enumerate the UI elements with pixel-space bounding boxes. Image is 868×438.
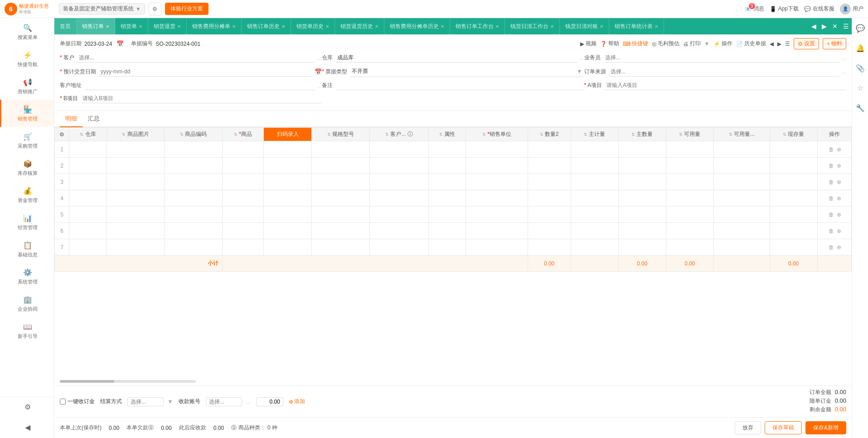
tab-close-return[interactable]: ✕ <box>177 24 181 29</box>
history-btn[interactable]: 📄 历史单据 <box>736 40 766 48</box>
tab-next-btn[interactable]: ▶ <box>819 18 829 34</box>
delivery-input[interactable] <box>99 67 313 77</box>
shortcut-btn[interactable]: ⌨ 快捷键 <box>623 40 648 48</box>
row-code[interactable] <box>165 158 222 174</box>
tab-return[interactable]: 销货退货 ✕ <box>148 18 187 34</box>
row-main-qty[interactable] <box>618 207 666 223</box>
print-btn[interactable]: 🖨 打印 ▼ <box>683 40 710 48</box>
tab-close-fee-history[interactable]: ✕ <box>441 24 444 29</box>
table-row[interactable]: 2 🗑 ⊕ <box>55 158 852 174</box>
row-delete-icon[interactable]: 🗑 <box>829 212 834 218</box>
table-row[interactable]: 7 🗑 ⊕ <box>55 239 852 255</box>
row-main-qty[interactable] <box>618 158 666 174</box>
tab-fee-split[interactable]: 销售费用分摊单 ✕ <box>187 18 242 34</box>
row-code[interactable] <box>165 239 222 255</box>
view-btn[interactable]: ▶ 视频 <box>580 40 596 48</box>
row-spec[interactable] <box>312 207 369 223</box>
row-copy-icon[interactable]: ⊕ <box>837 212 841 218</box>
sidebar-item-purchase[interactable]: 🛒 采购管理 <box>0 127 54 154</box>
row-customer-no[interactable] <box>369 141 428 158</box>
row-delete-icon[interactable]: 🗑 <box>829 228 834 234</box>
tab-home[interactable]: 首页 <box>54 18 77 34</box>
tab-detail[interactable]: 明细 <box>60 111 82 127</box>
row-product[interactable] <box>222 207 263 223</box>
row-qty2[interactable] <box>528 158 571 174</box>
address-input[interactable] <box>84 81 315 90</box>
save-new-button[interactable]: 保存&新增 <box>805 421 846 434</box>
settlement-dropdown-icon[interactable]: ▼ <box>167 398 173 405</box>
row-warehouse[interactable] <box>69 158 107 174</box>
order-source-input[interactable] <box>609 67 839 77</box>
sidebar-item-basic[interactable]: 📋 基础信息 <box>0 236 54 263</box>
sidebar-item-finance[interactable]: 💰 资金管理 <box>0 181 54 208</box>
row-copy-icon[interactable]: ⊕ <box>837 195 841 202</box>
one-key-checkout-label[interactable]: 一键收订金 <box>60 398 95 405</box>
row-product[interactable] <box>222 190 263 207</box>
tab-stats[interactable]: 销售订单统计表 ✕ <box>609 18 664 34</box>
row-product[interactable] <box>222 223 263 239</box>
col-settings[interactable]: ⚙ <box>55 128 69 141</box>
right-icon-bell[interactable]: 🔔 <box>854 42 867 54</box>
tab-close-all[interactable]: ✕ <box>829 18 840 34</box>
tab-close-reconcile[interactable]: ✕ <box>600 24 603 29</box>
add-btn[interactable]: ⊕ 添加 <box>289 398 305 405</box>
table-row[interactable]: 1 🗑 ⊕ <box>55 141 852 158</box>
tab-reconcile[interactable]: 钱货日清对账 ✕ <box>560 18 609 34</box>
row-spec[interactable] <box>312 239 369 255</box>
row-action[interactable]: 🗑 ⊕ <box>817 239 851 255</box>
sidebar-settings[interactable]: ⚙ <box>0 397 54 418</box>
b-project-input[interactable] <box>81 94 322 103</box>
a-project-input[interactable] <box>605 81 846 90</box>
row-attrs[interactable] <box>428 141 466 158</box>
tab-return-history[interactable]: 销货退货历史 ✕ <box>335 18 384 34</box>
row-action[interactable]: 🗑 ⊕ <box>817 190 851 207</box>
tab-summary[interactable]: 汇总 <box>82 111 105 127</box>
row-copy-icon[interactable]: ⊕ <box>837 163 841 169</box>
table-row[interactable]: 5 🗑 ⊕ <box>55 207 852 223</box>
operate-btn[interactable]: ⚡ 操作 <box>713 40 732 48</box>
settings-icon[interactable]: ⚙ <box>149 3 161 15</box>
row-warehouse[interactable] <box>69 190 107 207</box>
row-unit[interactable] <box>466 158 528 174</box>
amount-input[interactable] <box>256 397 283 406</box>
sidebar-item-quick[interactable]: ⚡ 快捷导航 <box>0 45 54 72</box>
tab-close-sales-goods[interactable]: ✕ <box>139 24 142 29</box>
sidebar-item-enterprise[interactable]: 🏢 企业协同 <box>0 290 54 317</box>
row-customer-no[interactable] <box>369 190 428 207</box>
tab-close-order-history[interactable]: ✕ <box>281 24 285 29</box>
row-code[interactable] <box>165 174 222 190</box>
row-copy-icon[interactable]: ⊕ <box>837 244 841 250</box>
table-row[interactable]: 4 🗑 ⊕ <box>55 190 852 207</box>
row-attrs[interactable] <box>428 158 466 174</box>
tab-order-workbench[interactable]: 销售订单工作台 ✕ <box>450 18 505 34</box>
row-warehouse[interactable] <box>69 207 107 223</box>
row-warehouse[interactable] <box>69 223 107 239</box>
settlement-input[interactable] <box>127 397 164 406</box>
row-unit[interactable] <box>466 207 528 223</box>
col-scan[interactable]: 扫码录入 <box>264 128 312 141</box>
row-spec[interactable] <box>312 190 369 207</box>
account-more[interactable]: … <box>246 399 251 404</box>
row-attrs[interactable] <box>428 190 466 207</box>
row-action[interactable]: 🗑 ⊕ <box>817 141 851 158</box>
right-icon-chat[interactable]: 💬 <box>854 22 867 34</box>
row-qty2[interactable] <box>528 141 571 158</box>
row-spec[interactable] <box>312 223 369 239</box>
row-warehouse[interactable] <box>69 141 107 158</box>
sidebar-item-system[interactable]: ⚙️ 系统管理 <box>0 263 54 290</box>
sidebar-item-sales[interactable]: 🏪 销售管理 <box>0 100 54 127</box>
customer-input[interactable] <box>77 53 315 63</box>
row-product[interactable] <box>222 158 263 174</box>
row-warehouse[interactable] <box>69 174 107 190</box>
row-warehouse[interactable] <box>69 239 107 255</box>
table-row[interactable]: 6 🗑 ⊕ <box>55 223 852 239</box>
delivery-calendar-icon[interactable]: 📅 <box>315 68 322 75</box>
row-main-qty[interactable] <box>618 141 666 158</box>
row-code[interactable] <box>165 223 222 239</box>
right-icon-attach[interactable]: 📎 <box>854 62 867 74</box>
save-draft-button[interactable]: 保存草稿 <box>765 421 802 434</box>
table-wrapper[interactable]: ⚙ ⇅ 仓库 ⇅ 商品图片 ⇅ 商品编码 ⇅ *商品 扫码录入 ⇅ 规格型号 ⇅… <box>54 127 852 377</box>
row-customer-no[interactable] <box>369 174 428 190</box>
grid-view[interactable]: ☰ <box>785 41 790 47</box>
tab-sales-goods[interactable]: 销货单 ✕ <box>115 18 148 34</box>
